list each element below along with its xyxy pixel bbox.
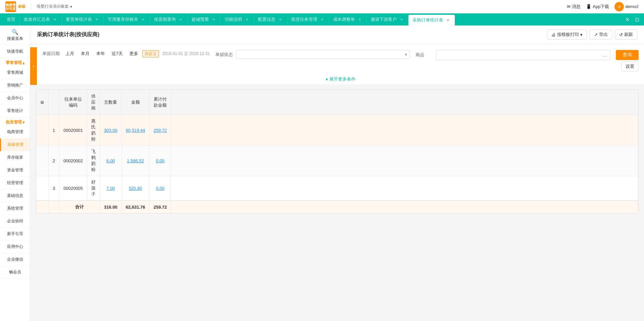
user-avatar[interactable]: d demo2 xyxy=(614,2,639,11)
status-label: 单据状态 xyxy=(215,52,234,58)
sidebar-search[interactable]: 🔍 搜索英单 xyxy=(0,25,30,45)
row-supplier: 好孩子 xyxy=(87,176,100,201)
row-amount[interactable]: 1,586.52 xyxy=(121,146,149,176)
shortcut-last-month[interactable]: 上月 xyxy=(63,50,77,57)
tab-pick-task[interactable]: 拣货任务管理 ✕ xyxy=(287,13,329,25)
close-tab-invite-downstream[interactable]: ✕ xyxy=(399,17,404,22)
sidebar-item-guide[interactable]: 新手引导 xyxy=(0,228,30,240)
footer-empty xyxy=(171,201,638,213)
breadcrumb[interactable]: 母婴行业演示账套 ▾ xyxy=(37,4,72,9)
row-settings[interactable] xyxy=(36,146,49,176)
close-tab-overstock[interactable]: ✕ xyxy=(211,17,216,22)
row-amount[interactable]: 60,519.44 xyxy=(121,115,149,146)
tab-receivable[interactable]: 收发存汇总表 ✕ xyxy=(20,13,62,25)
filter-row: 单据日期 上月 本月 本年 近7天 更多 自定义 2016-01-01 至 20… xyxy=(42,50,639,74)
close-all-tabs-button[interactable]: ✕ xyxy=(623,16,632,23)
sidebar-item-operation[interactable]: 经营管理 xyxy=(0,177,30,190)
row-settings[interactable] xyxy=(36,115,49,146)
tab-order-summary[interactable]: 要货单统计表 ✕ xyxy=(62,13,104,25)
close-tab-help[interactable]: ✕ xyxy=(244,17,250,22)
export-button[interactable]: ↗ 导出 xyxy=(590,30,612,40)
row-settings[interactable] xyxy=(36,176,49,201)
close-tab-purchase-summary[interactable]: ✕ xyxy=(445,17,450,23)
sidebar-item-member[interactable]: 会员中心 xyxy=(0,92,30,105)
close-tab-pick-task[interactable]: ✕ xyxy=(319,17,325,22)
sidebar-quick-nav[interactable]: 快捷导航 xyxy=(0,45,30,58)
tab-invite-downstream[interactable]: 邀请下游客户 ✕ xyxy=(367,13,409,25)
refresh-button[interactable]: ↺ 刷新 xyxy=(615,30,637,40)
close-tab-inventory[interactable]: ✕ xyxy=(140,17,146,22)
close-tab-warranty[interactable]: ✕ xyxy=(178,17,183,22)
sidebar-item-purchase[interactable]: 采购管理 xyxy=(0,139,30,151)
sidebar-item-ecommerce[interactable]: 电商管理 xyxy=(0,126,30,139)
message-button[interactable]: ✉ 消息 xyxy=(567,4,581,10)
close-tab-cost-adjust[interactable]: ✕ xyxy=(357,17,362,22)
footer-amount: 62,631.76 xyxy=(121,201,149,213)
sidebar-item-retail[interactable]: 零售管理 ▴ xyxy=(0,58,30,66)
close-tab-config[interactable]: ✕ xyxy=(277,17,283,22)
sidebar-item-retail-stat[interactable]: 零售统计 xyxy=(0,105,30,117)
page-title: 采购订单统计表(按供应商) xyxy=(37,31,100,42)
sidebar-item-app-center[interactable]: 应用中心 xyxy=(0,240,30,253)
settings-icon: ⚙ xyxy=(40,100,44,105)
goods-more-icon[interactable]: … xyxy=(602,52,607,58)
row-amount[interactable]: 525.80 xyxy=(121,176,149,201)
search-button[interactable]: 查询 xyxy=(616,50,639,60)
tab-inventory[interactable]: 可用量库存账本 ✕ xyxy=(104,13,150,25)
sidebar-item-retail-store[interactable]: 零售商城 xyxy=(0,66,30,79)
filter-toggle-button[interactable]: › xyxy=(30,47,37,85)
sidebar-item-basic[interactable]: 基础信息 xyxy=(0,190,30,202)
row-paid-amount[interactable]: 0.00 xyxy=(149,146,171,176)
chevron-down-icon: ▾ xyxy=(326,77,328,82)
search-icon: 🔍 xyxy=(1,29,29,35)
row-paid-amount[interactable]: 259.72 xyxy=(149,115,171,146)
row-main-qty[interactable]: 303.00 xyxy=(100,115,122,146)
tab-help[interactable]: 功能说明 ✕ xyxy=(221,13,254,25)
sidebar-item-marketing[interactable]: 营销推广 xyxy=(0,79,30,92)
app-download-button[interactable]: 📱 App下载 xyxy=(586,4,609,10)
sidebar-item-wholesale[interactable]: 批发管理 ▾ xyxy=(0,117,30,126)
page-header: 采购订单统计表(按供应商) 🖨 按模板打印 ▾ ↗ 导出 ↺ 刷新 xyxy=(30,25,644,44)
th-paid-amount: 累计付款金额 xyxy=(149,90,171,115)
custom-date-tag[interactable]: 自定义 xyxy=(142,50,159,57)
goods-label: 商品 xyxy=(416,52,434,58)
row-paid-amount[interactable]: 0.00 xyxy=(149,176,171,201)
shortcut-more[interactable]: 更多 xyxy=(127,50,141,57)
restore-tabs-button[interactable]: ⊡ xyxy=(633,16,641,23)
close-tab-receivable[interactable]: ✕ xyxy=(52,17,57,22)
data-table: ⚙ 往来单位编码 供应商 主数量 金额 累计付款金额 xyxy=(36,90,638,213)
shortcut-7days[interactable]: 近7天 xyxy=(109,50,125,57)
top-bar-right: ✉ 消息 📱 App下载 d demo2 xyxy=(567,2,639,11)
row-empty xyxy=(171,115,638,146)
footer-main-qty: 316.00 xyxy=(100,201,122,213)
th-settings[interactable]: ⚙ xyxy=(36,90,49,115)
shortcut-this-year[interactable]: 本年 xyxy=(94,50,108,57)
tab-cost-adjust[interactable]: 成本调整单 ✕ xyxy=(329,13,367,25)
close-tab-order-summary[interactable]: ✕ xyxy=(94,17,99,22)
print-button[interactable]: 🖨 按模板打印 ▾ xyxy=(547,30,587,40)
sidebar-item-wechat[interactable]: 企业微信 xyxy=(0,253,30,266)
sidebar-item-enterprise[interactable]: 企业协同 xyxy=(0,215,30,228)
row-main-qty[interactable]: 7.00 xyxy=(100,176,122,201)
tab-home[interactable]: 首页 xyxy=(3,13,20,25)
sidebar-item-inventory-check[interactable]: 库存核算 xyxy=(0,151,30,164)
table-row: 1 00020001 惠氏奶粉 303.00 60,519.44 259.72 xyxy=(36,115,638,146)
tab-purchase-summary[interactable]: 采购订单统计表 ✕ xyxy=(409,15,455,25)
sidebar-item-finance[interactable]: 资金管理 xyxy=(0,164,30,177)
filter-settings-button[interactable]: 设置 xyxy=(621,61,639,71)
sidebar-item-system[interactable]: 系统管理 xyxy=(0,202,30,215)
filter-goods-col: 商品 … xyxy=(416,50,610,60)
row-main-qty[interactable]: 6.00 xyxy=(100,146,122,176)
tab-overstock[interactable]: 超储预警 ✕ xyxy=(187,13,221,25)
tab-warranty[interactable]: 保质期查询 ✕ xyxy=(150,13,187,25)
main-content: 采购订单统计表(按供应商) 🖨 按模板打印 ▾ ↗ 导出 ↺ 刷新 xyxy=(30,25,644,321)
expand-more-button[interactable]: ▾ 展开更多条件 xyxy=(42,74,639,85)
shortcut-this-month[interactable]: 本月 xyxy=(78,50,92,57)
status-select[interactable]: ▾ xyxy=(236,50,410,59)
sidebar-item-vip[interactable]: 畅会员 xyxy=(0,266,30,279)
print-dropdown-icon: ▾ xyxy=(580,32,583,37)
row-empty xyxy=(171,146,638,176)
table-section: ⚙ 往来单位编码 供应商 主数量 金额 累计付款金额 xyxy=(30,85,644,218)
row-num: 1 xyxy=(49,115,59,146)
tab-config[interactable]: 配置信息 ✕ xyxy=(254,13,287,25)
